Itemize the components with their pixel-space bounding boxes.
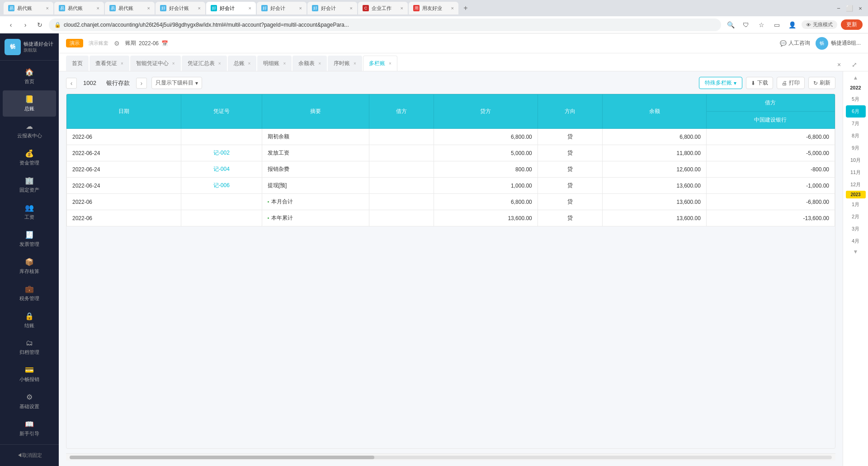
- multi-col-button[interactable]: 特殊多栏账 ▾: [699, 77, 742, 89]
- month-2023-02[interactable]: 2月: [846, 211, 866, 223]
- new-tab-button[interactable]: +: [459, 2, 472, 14]
- tab-smart[interactable]: 智能凭证中心 ×: [130, 56, 181, 71]
- voucher-link-2[interactable]: 记-004: [213, 166, 230, 172]
- sidebar-item-home[interactable]: 🏠 首页: [3, 63, 56, 89]
- browser-tab-1[interactable]: 易 易代账 ×: [4, 2, 53, 14]
- tab-home[interactable]: 首页: [66, 56, 89, 71]
- back-button[interactable]: ‹: [5, 19, 16, 30]
- sidebar-item-expense[interactable]: 💳 小畅报销: [3, 361, 56, 387]
- tab-expand-icon[interactable]: ⤢: [848, 58, 861, 71]
- tab-smart-close[interactable]: ×: [172, 61, 175, 66]
- tab-detail[interactable]: 明细账 ×: [257, 56, 292, 71]
- incognito-button[interactable]: 👁 无痕模式: [802, 20, 837, 29]
- close-window-button[interactable]: ×: [856, 4, 864, 12]
- screenshot-icon[interactable]: ▭: [771, 19, 783, 31]
- cell-voucher-3[interactable]: 记-006: [181, 178, 262, 194]
- month-scroll-up[interactable]: ▲: [849, 73, 863, 82]
- sidebar-item-close[interactable]: 🔒 结账: [3, 307, 56, 334]
- tab-balance[interactable]: 余额表 ×: [292, 56, 327, 71]
- print-button[interactable]: 🖨 打印: [777, 77, 805, 89]
- sidebar-item-guide[interactable]: 📖 新手引导: [3, 415, 56, 442]
- month-2022-08[interactable]: 8月: [846, 130, 866, 142]
- tab-close-6[interactable]: ×: [299, 5, 302, 11]
- browser-tab-3[interactable]: 易 易代账 ×: [105, 2, 155, 14]
- tab-close-3[interactable]: ×: [147, 5, 150, 11]
- forward-button[interactable]: ›: [20, 19, 31, 30]
- tab-general[interactable]: 总账 ×: [228, 56, 257, 71]
- month-2022-05[interactable]: 5月: [846, 93, 866, 105]
- tab-close-5[interactable]: ×: [249, 5, 251, 11]
- month-2022-10[interactable]: 10月: [846, 154, 866, 166]
- month-2022-09[interactable]: 9月: [846, 142, 866, 154]
- browser-tab-7[interactable]: 好 好会计 ×: [307, 2, 357, 14]
- tab-summary-close[interactable]: ×: [218, 61, 221, 66]
- tab-general-close[interactable]: ×: [248, 61, 251, 66]
- tab-voucher[interactable]: 查看凭证 ×: [90, 56, 129, 71]
- sidebar-item-reports[interactable]: ☁ 云报表中心: [3, 118, 56, 144]
- url-bar[interactable]: 🔒 cloud2.chanjet.com/accounting/uh26t264…: [49, 19, 721, 31]
- sidebar-item-inventory[interactable]: 📦 库存核算: [3, 253, 56, 279]
- month-2022-11[interactable]: 11月: [846, 166, 866, 179]
- next-account-button[interactable]: ›: [136, 78, 147, 89]
- cell-voucher-1[interactable]: 记-002: [181, 145, 262, 161]
- tab-sequence-close[interactable]: ×: [354, 61, 356, 66]
- calendar-icon[interactable]: 📅: [161, 40, 168, 47]
- refresh-button[interactable]: ↻ 刷新: [808, 77, 835, 89]
- month-2023-01[interactable]: 1月: [846, 198, 866, 211]
- sub-account-filter[interactable]: 只显示下级科目 ▾: [151, 77, 202, 89]
- month-2022-12[interactable]: 12月: [846, 179, 866, 191]
- tab-close-7[interactable]: ×: [350, 5, 353, 11]
- month-2023-04[interactable]: 4月: [846, 235, 866, 247]
- bottom-scroll[interactable]: [66, 453, 835, 461]
- tab-close-8[interactable]: ×: [401, 5, 403, 11]
- pin-button[interactable]: ◀取消固定: [0, 448, 59, 462]
- voucher-link-1[interactable]: 记-002: [213, 150, 230, 156]
- star-icon[interactable]: ☆: [755, 19, 767, 31]
- sidebar-item-settings[interactable]: ⚙ 基础设置: [3, 388, 56, 414]
- tab-close-1[interactable]: ×: [46, 5, 49, 11]
- sidebar-item-invoice[interactable]: 🧾 发票管理: [3, 226, 56, 252]
- tab-close-4[interactable]: ×: [198, 5, 201, 11]
- sidebar-item-funds[interactable]: 💰 资金管理: [3, 145, 56, 171]
- sidebar-item-archive[interactable]: 🗂 归档管理: [3, 334, 56, 360]
- browser-tab-8[interactable]: C 企业工作 ×: [358, 2, 408, 14]
- tab-sequence[interactable]: 序时账 ×: [328, 56, 362, 71]
- sidebar-item-salary[interactable]: 👥 工资: [3, 199, 56, 225]
- tab-close-2[interactable]: ×: [97, 5, 99, 11]
- tab-detail-close[interactable]: ×: [283, 61, 286, 66]
- restore-button[interactable]: ⬜: [845, 4, 854, 12]
- profile-icon[interactable]: 👤: [786, 19, 798, 31]
- month-2022-07[interactable]: 7月: [846, 118, 866, 130]
- update-button[interactable]: 更新: [841, 19, 863, 30]
- browser-tab-6[interactable]: 好 好会计 ×: [257, 2, 307, 14]
- month-2023-03[interactable]: 3月: [846, 223, 866, 235]
- consult-button[interactable]: 💬 人工咨询: [780, 39, 810, 47]
- ad-block-icon[interactable]: 🛡: [740, 19, 752, 31]
- browser-tab-9[interactable]: 用 用友好业 ×: [409, 2, 458, 14]
- tab-multiledger-close[interactable]: ×: [389, 61, 392, 66]
- browser-tab-5[interactable]: 好 好会计 ×: [206, 2, 256, 14]
- prev-account-button[interactable]: ‹: [66, 78, 77, 89]
- cell-voucher-2[interactable]: 记-004: [181, 161, 262, 178]
- scroll-track[interactable]: [70, 456, 832, 459]
- reload-button[interactable]: ↻: [34, 19, 45, 30]
- tab-collapse-icon[interactable]: ×: [833, 58, 845, 71]
- browser-tab-4[interactable]: 好 好会计账 ×: [156, 2, 205, 14]
- month-scroll-down[interactable]: ▼: [849, 247, 863, 256]
- settings-gear-icon[interactable]: ⚙: [114, 40, 120, 47]
- tab-balance-close[interactable]: ×: [318, 61, 321, 66]
- sidebar-item-ledger[interactable]: 📒 总账: [3, 90, 56, 117]
- tab-multiledger[interactable]: 多栏账 ×: [363, 56, 397, 71]
- sidebar-item-assets[interactable]: 🏢 固定资产: [3, 172, 56, 198]
- month-2022-06[interactable]: 6月: [846, 105, 866, 118]
- voucher-link-3[interactable]: 记-006: [213, 182, 230, 188]
- tab-voucher-close[interactable]: ×: [121, 61, 123, 66]
- tab-summary[interactable]: 凭证汇总表 ×: [182, 56, 227, 71]
- search-icon[interactable]: 🔍: [725, 19, 736, 31]
- scroll-thumb[interactable]: [70, 456, 374, 459]
- download-button[interactable]: ⬇ 下载: [746, 77, 773, 89]
- tab-close-9[interactable]: ×: [451, 5, 454, 11]
- browser-tab-2[interactable]: 易 易代账 ×: [54, 2, 104, 14]
- minimize-button[interactable]: −: [835, 4, 843, 12]
- sidebar-item-tax[interactable]: 💼 税务管理: [3, 280, 56, 306]
